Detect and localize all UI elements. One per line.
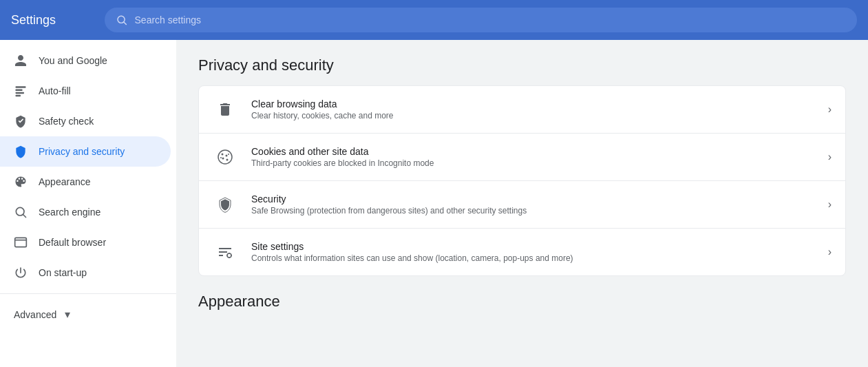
sidebar-label-auto-fill: Auto-fill — [39, 85, 71, 96]
sidebar-item-search-engine[interactable]: Search engine — [0, 197, 171, 227]
app-title: Settings — [11, 13, 94, 28]
card-item-desc-clear-browsing: Clear history, cookies, cache and more — [251, 111, 814, 120]
sidebar-label-you-and-google: You and Google — [39, 55, 107, 66]
sidebar-label-default-browser: Default browser — [39, 237, 106, 248]
svg-point-10 — [218, 150, 232, 164]
sidebar-label-privacy-and-security: Privacy and security — [39, 146, 125, 157]
sidebar-label-safety-check: Safety check — [39, 116, 94, 127]
svg-rect-4 — [16, 92, 25, 94]
svg-rect-5 — [16, 95, 21, 97]
sidebar-item-you-and-google[interactable]: You and Google — [0, 45, 171, 76]
card-item-text-clear-browsing: Clear browsing data Clear history, cooki… — [251, 98, 814, 120]
svg-point-15 — [220, 157, 222, 158]
sidebar: You and Google Auto-fill Safety check — [0, 40, 176, 367]
svg-point-14 — [226, 159, 229, 161]
card-item-title-security: Security — [251, 193, 814, 205]
power-icon — [14, 266, 28, 280]
card-item-cookies[interactable]: Cookies and other site data Third-party … — [199, 134, 845, 181]
arrow-icon-cookies: › — [828, 151, 832, 163]
autofill-icon — [14, 84, 28, 98]
arrow-icon-clear-browsing: › — [828, 103, 832, 116]
sidebar-label-on-start-up: On start-up — [39, 267, 87, 278]
card-item-desc-security: Safe Browsing (protection from dangerous… — [251, 206, 814, 216]
card-item-desc-cookies: Third-party cookies are blocked in Incog… — [251, 158, 814, 168]
svg-point-12 — [226, 155, 228, 157]
svg-point-11 — [222, 154, 224, 156]
svg-rect-2 — [16, 86, 26, 88]
card-item-text-security: Security Safe Browsing (protection from … — [251, 193, 814, 216]
content-area: Privacy and security Clear browsing data… — [176, 40, 868, 367]
card-item-desc-site-settings: Controls what information sites can use … — [251, 253, 814, 263]
svg-line-7 — [23, 215, 26, 218]
app-header: Settings — [0, 0, 868, 40]
sidebar-item-auto-fill[interactable]: Auto-fill — [0, 76, 171, 106]
svg-rect-3 — [16, 90, 23, 92]
search-input[interactable] — [135, 14, 846, 25]
arrow-icon-site-settings: › — [828, 246, 832, 258]
arrow-icon-security: › — [828, 198, 832, 211]
svg-line-1 — [124, 22, 126, 24]
svg-point-16 — [228, 154, 229, 155]
sidebar-advanced[interactable]: Advanced ▾ — [0, 300, 176, 329]
trash-icon — [213, 97, 237, 122]
safety-check-icon — [14, 114, 28, 128]
security-shield-icon — [213, 192, 237, 217]
card-item-clear-browsing-data[interactable]: Clear browsing data Clear history, cooki… — [199, 86, 845, 134]
chevron-down-icon: ▾ — [65, 308, 70, 321]
sidebar-label-appearance: Appearance — [39, 176, 91, 187]
privacy-section-title: Privacy and security — [198, 56, 846, 74]
card-item-security[interactable]: Security Safe Browsing (protection from … — [199, 181, 845, 229]
sidebar-item-privacy-and-security[interactable]: Privacy and security — [0, 136, 171, 167]
search-icon — [116, 14, 128, 26]
advanced-label: Advanced — [14, 309, 56, 320]
privacy-card: Clear browsing data Clear history, cooki… — [198, 85, 846, 276]
svg-point-17 — [227, 253, 231, 258]
sidebar-item-safety-check[interactable]: Safety check — [0, 106, 171, 136]
card-item-title-clear-browsing: Clear browsing data — [251, 98, 814, 109]
svg-rect-8 — [15, 238, 27, 247]
sidebar-label-search-engine: Search engine — [39, 207, 100, 218]
card-item-text-site-settings: Site settings Controls what information … — [251, 241, 814, 263]
site-settings-icon — [213, 240, 237, 264]
appearance-section-title: Appearance — [198, 293, 846, 311]
search-engine-icon — [14, 205, 28, 219]
person-icon — [14, 54, 28, 67]
card-item-title-site-settings: Site settings — [251, 241, 814, 252]
card-item-site-settings[interactable]: Site settings Controls what information … — [199, 229, 845, 275]
palette-icon — [14, 175, 28, 189]
cookie-icon — [213, 145, 237, 169]
sidebar-divider — [0, 293, 176, 294]
default-browser-icon — [14, 235, 28, 249]
card-item-text-cookies: Cookies and other site data Third-party … — [251, 146, 814, 168]
sidebar-item-default-browser[interactable]: Default browser — [0, 227, 171, 258]
sidebar-item-appearance[interactable]: Appearance — [0, 167, 171, 197]
main-layout: You and Google Auto-fill Safety check — [0, 40, 868, 367]
card-item-title-cookies: Cookies and other site data — [251, 146, 814, 157]
svg-point-13 — [222, 158, 224, 160]
privacy-shield-icon — [14, 145, 28, 158]
sidebar-item-on-start-up[interactable]: On start-up — [0, 258, 171, 288]
search-bar[interactable] — [105, 8, 857, 32]
